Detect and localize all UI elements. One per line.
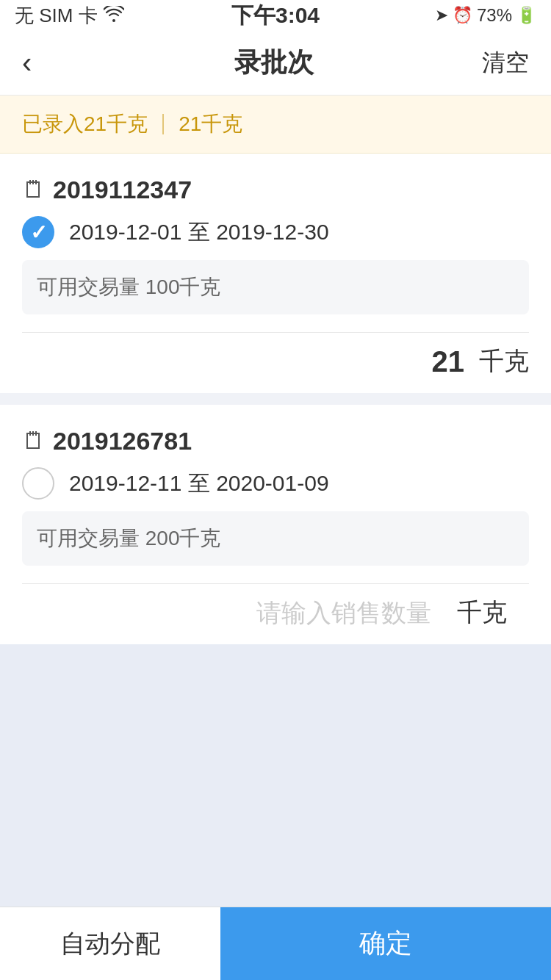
doc-icon-2: 🗒 [22,428,46,455]
summary-label: 已录入21千克 [22,110,148,138]
status-time: 下午3:04 [231,3,320,27]
batch-header-1: 🗒 2019112347 [22,176,529,204]
batch-date-2: 2019-12-11 至 2020-01-09 [69,469,329,499]
quantity-input-2[interactable] [222,599,442,627]
check-icon-1: ✓ [30,220,47,245]
quantity-value-1: 21 [432,345,465,378]
batch-card-2: 🗒 2019126781 2019-12-11 至 2020-01-09 可用交… [0,405,551,644]
battery-icon: 🔋 [516,6,536,25]
page-title: 录批次 [234,45,314,81]
auto-distribute-button[interactable]: 自动分配 [0,907,220,980]
clear-button[interactable]: 清空 [482,47,529,79]
batch-header-2: 🗒 2019126781 [22,427,529,455]
batch-available-1: 可用交易量 100千克 [22,260,529,314]
summary-divider [162,114,164,134]
quantity-unit-1: 千克 [479,345,529,378]
alarm-icon: ⏰ [453,6,472,25]
batch-row-1[interactable]: ✓ 2019-12-01 至 2019-12-30 [22,216,529,248]
confirm-button[interactable]: 确定 [220,907,551,980]
summary-bar: 已录入21千克 21千克 [0,96,551,154]
doc-icon-1: 🗒 [22,176,46,203]
summary-value: 21千克 [179,110,242,138]
status-bar: 无 SIM 卡 下午3:04 ➤ ⏰ 73% 🔋 [0,0,551,31]
bottom-bar: 自动分配 确定 [0,907,551,980]
batch-id-2: 2019126781 [53,427,192,455]
batch-id-1: 2019112347 [53,176,192,204]
unit-label-2: 千克 [457,596,507,630]
radio-selected-1[interactable]: ✓ [22,216,54,248]
battery-label: 73% [477,5,512,26]
radio-unselected-2[interactable] [22,467,54,500]
wifi-icon [104,4,124,27]
batch-card-1: 🗒 2019112347 ✓ 2019-12-01 至 2019-12-30 可… [0,154,551,393]
section-separator-1 [0,393,551,405]
input-quantity-row-2: 千克 [22,583,529,644]
back-button[interactable]: ‹ [22,46,66,79]
batch-available-2: 可用交易量 200千克 [22,511,529,566]
batch-row-2[interactable]: 2019-12-11 至 2020-01-09 [22,467,529,500]
batch-quantity-row-1: 21 千克 [22,332,529,393]
batch-date-1: 2019-12-01 至 2019-12-30 [69,217,329,248]
location-icon: ➤ [435,6,448,25]
nav-bar: ‹ 录批次 清空 [0,31,551,96]
carrier-label: 无 SIM 卡 [15,3,98,29]
